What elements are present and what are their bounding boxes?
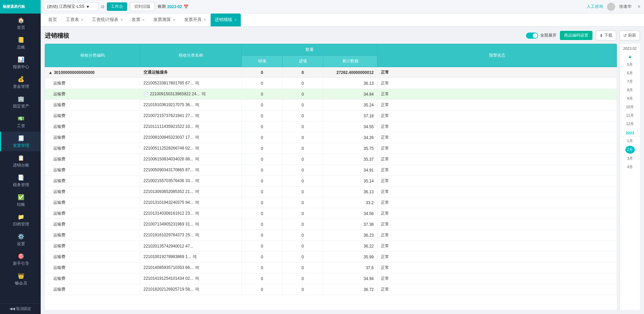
cell-status: 正常	[377, 67, 617, 78]
sidebar-item-invoice[interactable]: 🧾发票管理	[0, 132, 41, 151]
download-icon: ⬇	[600, 33, 603, 38]
tab-工资表[interactable]: 工资表×	[62, 14, 87, 26]
sidebar-item-archive[interactable]: 📁归档管理	[0, 210, 41, 230]
unpin-icon: ◀◀	[9, 307, 15, 311]
table-row: 运输费 221014085935710353 66...吨 0 0 37.6 正…	[45, 262, 617, 273]
table-row: 运输费 221019161029764373 25...吨 0 0 36.23 …	[45, 230, 617, 241]
tab-close-icon[interactable]: ×	[120, 18, 122, 22]
table-row: 运输费 221018202126925719 58...吨 0 0 36.72 …	[45, 284, 617, 295]
th-total-qty: 累计数额	[323, 56, 377, 67]
cell-item-name: 运输费	[45, 143, 140, 154]
unpin-button[interactable]: ◀◀ 取消固定	[0, 303, 41, 314]
table-row: 运输费 221013140308161912 23...吨 0 0 34.56 …	[45, 208, 617, 219]
cal-month[interactable]: 5月	[620, 60, 640, 69]
cal-month[interactable]: 6月	[620, 69, 640, 77]
cal-month[interactable]: 12月	[620, 120, 640, 128]
cell-total-qty: 34.26	[323, 132, 377, 143]
cell-purchase-qty: 0	[282, 219, 323, 230]
sidebar-label-ledger: 总账	[17, 44, 25, 50]
workbench-button[interactable]: 工作台	[107, 2, 127, 11]
tab-发票开具[interactable]: 发票开具×	[180, 14, 210, 26]
page-content: 进销稽核 全部展开 商品编码设置 ⬇ 下载 ↺ 刷新	[41, 26, 644, 314]
table-row: 运输费 221007215737621941 27...吨 0 0 37.18 …	[45, 111, 617, 121]
expand-toggle[interactable]	[526, 33, 538, 39]
download-button[interactable]: ⬇ 下载	[596, 31, 616, 40]
cal-month[interactable]: 8月	[620, 86, 640, 94]
topbar-close[interactable]: ×	[638, 4, 641, 10]
cell-item-name: 运输费	[45, 78, 140, 89]
cell-total-qty: 36.13	[323, 187, 377, 197]
tab-close-icon[interactable]: ×	[81, 18, 83, 22]
cal-month-3[interactable]: 3月	[620, 154, 640, 163]
cell-invoice-no: 221013101943240375 94...吨	[140, 197, 242, 208]
cell-status: 正常	[377, 100, 617, 111]
table-row: 运输费 221007134905231969 31...吨 0 0 37.38 …	[45, 219, 617, 230]
sidebar-item-ledger[interactable]: 📒总账	[0, 33, 41, 53]
sidebar-icon-settle: ✅	[18, 194, 24, 200]
cell-purchase-qty: 0	[282, 165, 323, 176]
cell-total-qty: 35.99	[323, 252, 377, 262]
table-row: ▲301000000000000000 交通运输服务 0 0 27262.400…	[45, 67, 617, 78]
support-label[interactable]: 人工咨询	[587, 4, 603, 9]
sidebar-item-home[interactable]: 🏠首页	[0, 14, 41, 33]
cell-sale-qty: 0	[242, 262, 282, 273]
cal-month[interactable]: 11月	[620, 111, 640, 120]
tab-close-icon[interactable]: ×	[234, 18, 236, 22]
cell-total-qty: 37.6	[323, 262, 377, 273]
cell-item-name: 运输费	[45, 121, 140, 132]
tab-close-icon[interactable]: ×	[204, 18, 206, 22]
cal-month-4[interactable]: 4月	[620, 163, 640, 171]
sidebar-item-salary[interactable]: 💵工资	[0, 112, 41, 132]
cell-item-name: 运输费	[45, 252, 140, 262]
cell-invoice-no: 221018202126925719 58...吨	[140, 284, 242, 295]
cell-purchase-qty: 0	[282, 121, 323, 132]
sidebar-item-member[interactable]: 👑畅会员	[0, 269, 41, 289]
cell-purchase-qty: 0	[282, 89, 323, 100]
settings-button[interactable]: 商品编码设置	[560, 31, 592, 40]
cell-status: 正常	[377, 132, 617, 143]
tab-首页[interactable]: 首页	[44, 14, 61, 26]
cell-invoice-no: 221020135742940012 47...	[140, 241, 242, 252]
cell-total-qty: 36.72	[323, 284, 377, 295]
tab-发票[interactable]: 发票×	[128, 14, 149, 26]
cal-month[interactable]: 7月	[620, 77, 640, 86]
cal-month[interactable]: 10月	[620, 103, 640, 111]
cal-up-nav[interactable]: ▲	[627, 52, 633, 60]
sidebar-item-settings[interactable]: ⚙️设置	[0, 230, 41, 250]
sidebar-item-settle[interactable]: ✅结账	[0, 191, 41, 210]
sidebar-icon-capital: 💰	[18, 76, 24, 82]
cal-month-2[interactable]: 2月	[625, 146, 635, 154]
cell-status: 正常	[377, 176, 617, 187]
switch-version-button[interactable]: 切到旧版	[130, 2, 155, 11]
tab-工资统计报表[interactable]: 工资统计报表×	[88, 14, 126, 26]
tab-close-icon[interactable]: ×	[142, 18, 144, 22]
refresh-button[interactable]: ↺ 刷新	[620, 31, 640, 40]
th-tax-name: 税收分类名称	[140, 44, 242, 67]
sidebar-item-purchase[interactable]: 📋进销台账	[0, 151, 41, 171]
calendar-icon[interactable]: 📅	[183, 4, 189, 9]
cell-purchase-qty: 0	[282, 143, 323, 154]
expand-icon[interactable]: ▲	[48, 70, 53, 75]
copy-icon[interactable]: ⧉	[101, 4, 104, 9]
sidebar-item-assets[interactable]: 🏢固定资产	[0, 92, 41, 112]
cal-month[interactable]: 9月	[620, 94, 640, 103]
tab-close-icon[interactable]: ×	[173, 18, 175, 22]
cell-invoice-no: 221008100945323037 17...吨	[140, 132, 242, 143]
tab-进销稽核[interactable]: 进销稽核×	[211, 14, 240, 26]
cell-total-qty: 37.18	[323, 111, 377, 121]
sidebar-item-report[interactable]: 📊报表中心	[0, 53, 41, 73]
table-row: 运输费 221008100945323037 17...吨 0 0 34.26 …	[45, 132, 617, 143]
sidebar-item-tax[interactable]: 📑税务管理	[0, 171, 41, 191]
tab-发票测算[interactable]: 发票测算×	[149, 14, 179, 26]
cell-invoice-no: 221019161029764373 25...吨	[140, 230, 242, 241]
cell-sale-qty: 0	[242, 252, 282, 262]
sidebar-icon-assets: 🏢	[18, 96, 24, 102]
company-selector[interactable]: (勿动) 江西报宝-LSS ▼	[44, 2, 98, 11]
table-row: 运输费 221020135742940012 47... 0 0 36.22 正…	[45, 241, 617, 252]
cal-month-1[interactable]: 1月	[620, 137, 640, 145]
user-name[interactable]: 徐逢华	[619, 4, 631, 9]
cell-item-name: 运输费	[45, 262, 140, 273]
sidebar-item-guide[interactable]: 🎯新手引导	[0, 250, 41, 269]
sidebar-item-capital[interactable]: 💰资金管理	[0, 73, 41, 92]
cell-sale-qty: 0	[242, 121, 282, 132]
